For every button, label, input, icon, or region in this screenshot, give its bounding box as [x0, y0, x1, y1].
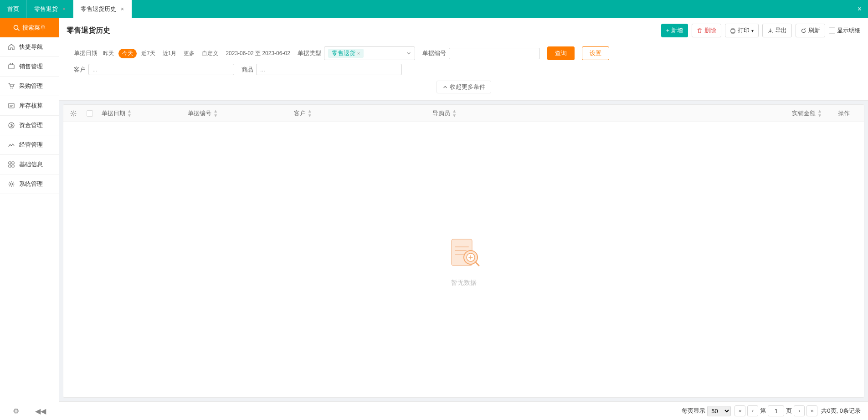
export-button[interactable]: 导出: [762, 24, 792, 37]
sidebar-item-purchase-label: 采购管理: [19, 82, 43, 90]
show-detail-checkbox[interactable]: 显示明细: [829, 26, 861, 35]
refresh-button[interactable]: 刷新: [796, 24, 825, 37]
audio-button[interactable]: ◀◀: [35, 407, 46, 415]
page-size-select[interactable]: 20 50 100: [707, 406, 731, 416]
doc-type-select[interactable]: 零售退货 ×: [324, 46, 415, 60]
doc-number-input[interactable]: [449, 48, 540, 59]
filter-item-doc-number: 单据编号: [422, 48, 540, 59]
date-last-month[interactable]: 近1月: [160, 49, 180, 58]
page-last-button[interactable]: »: [806, 405, 817, 416]
sort-date-icon: ▲▼: [127, 109, 132, 118]
operation-icon: [7, 141, 15, 149]
filter-bar: 单据日期 昨天 今天 近7天 近1月 更多 自定义 2023-06-02 至 2…: [67, 42, 861, 100]
page-title-row: 零售退货历史 + 新增 删除: [67, 24, 861, 37]
filter-doc-type-label: 单据类型: [298, 49, 321, 57]
doc-type-tag-close[interactable]: ×: [357, 51, 360, 56]
sidebar-item-finance[interactable]: 资金管理: [0, 116, 59, 135]
date-more[interactable]: 更多: [181, 49, 197, 58]
goods-placeholder: ...: [260, 66, 265, 73]
date-range-display: 2023-06-02 至 2023-06-02: [226, 50, 290, 57]
sidebar-search[interactable]: 搜索菜单: [0, 18, 59, 37]
svg-point-11: [10, 183, 13, 185]
sidebar-item-system[interactable]: 系统管理: [0, 174, 59, 194]
sidebar-item-quick-nav-label: 快捷导航: [19, 43, 43, 51]
th-number[interactable]: 单据编号 ▲▼: [184, 109, 290, 118]
customer-select[interactable]: ...: [88, 64, 234, 75]
svg-rect-2: [9, 65, 14, 69]
date-yesterday[interactable]: 昨天: [100, 49, 117, 58]
filter-doc-number-label: 单据编号: [422, 49, 446, 57]
svg-point-4: [12, 88, 13, 89]
sidebar-item-operation[interactable]: 经营管理: [0, 135, 59, 155]
print-button[interactable]: 打印 ▾: [725, 24, 759, 37]
table-settings-icon[interactable]: [70, 110, 77, 117]
query-button[interactable]: 查询: [547, 46, 575, 60]
sidebar-item-purchase[interactable]: 采购管理: [0, 77, 59, 96]
sidebar-footer: ⚙ ◀◀: [0, 402, 59, 420]
toolbar: + 新增 删除 打印 ▾: [661, 24, 861, 37]
tab-retail-return[interactable]: 零售退货 ×: [27, 0, 73, 18]
page-first-button[interactable]: «: [734, 405, 745, 416]
top-bar: 首页 零售退货 × 零售退货历史 × ×: [0, 0, 868, 18]
date-today[interactable]: 今天: [118, 49, 137, 58]
tab-list: 首页 零售退货 × 零售退货历史 ×: [0, 0, 851, 18]
th-action-label: 操作: [838, 109, 850, 118]
date-custom[interactable]: 自定义: [199, 49, 221, 58]
th-guide-label: 导购员: [432, 109, 450, 118]
th-action: 操作: [826, 109, 862, 118]
th-guide[interactable]: 导购员 ▲▼: [429, 109, 534, 118]
page-prev-button[interactable]: ‹: [747, 405, 758, 416]
filter-item-customer: 客户 ...: [74, 64, 234, 75]
filter-customer-label: 客户: [74, 66, 86, 74]
svg-rect-5: [9, 103, 14, 108]
sidebar-item-sales[interactable]: 销售管理: [0, 57, 59, 77]
th-amount[interactable]: 实销金额 ▲▼: [740, 109, 826, 118]
settings-gear-button[interactable]: ⚙: [13, 407, 19, 415]
goods-select[interactable]: ...: [256, 64, 402, 75]
th-settings[interactable]: [65, 110, 82, 117]
sidebar-search-label: 搜索菜单: [22, 24, 46, 32]
setting-button[interactable]: 设置: [582, 46, 609, 60]
th-date[interactable]: 单据日期 ▲▼: [98, 109, 184, 118]
export-icon: [767, 28, 773, 34]
tab-home[interactable]: 首页: [0, 0, 27, 18]
page-next-button[interactable]: ›: [794, 405, 805, 416]
filter-item-goods: 商品 ...: [241, 64, 402, 75]
filter-goods-label: 商品: [241, 66, 253, 74]
new-button[interactable]: + 新增: [661, 24, 688, 37]
window-close-button[interactable]: ×: [851, 0, 868, 18]
tab-retail-return-close[interactable]: ×: [62, 6, 66, 12]
sidebar-item-quick-nav[interactable]: 快捷导航: [0, 37, 59, 57]
sales-icon: [7, 62, 15, 71]
print-icon: [730, 28, 736, 34]
date-last7[interactable]: 近7天: [139, 49, 158, 58]
customer-placeholder: ...: [92, 66, 98, 73]
table-all-check[interactable]: [87, 110, 93, 117]
svg-rect-9: [9, 165, 11, 167]
delete-button[interactable]: 删除: [692, 24, 721, 37]
filter-row-1: 单据日期 昨天 今天 近7天 近1月 更多 自定义 2023-06-02 至 2…: [74, 46, 853, 60]
finance-icon: [7, 121, 15, 129]
sidebar-item-base[interactable]: 基础信息: [0, 155, 59, 174]
th-check[interactable]: [82, 110, 98, 117]
collapse-icon: [442, 84, 448, 90]
pagination-bar: 每页显示 20 50 100 « ‹ 第 页 › » 共0页, 0条记录: [59, 401, 868, 420]
sidebar: 搜索菜单 快捷导航 销售管理: [0, 18, 59, 420]
tab-retail-return-history-close[interactable]: ×: [121, 6, 124, 12]
collapse-button[interactable]: 收起更多条件: [437, 81, 491, 93]
query-button-label: 查询: [555, 49, 567, 57]
sidebar-item-inventory[interactable]: 库存核算: [0, 96, 59, 116]
tab-retail-return-history[interactable]: 零售退货历史 ×: [73, 0, 132, 18]
search-icon: [13, 25, 20, 31]
th-amount-label: 实销金额: [792, 109, 816, 118]
page-number-input[interactable]: [768, 405, 784, 416]
sidebar-item-finance-label: 资金管理: [19, 121, 43, 129]
content-area: 零售退货历史 + 新增 删除: [59, 18, 868, 420]
sort-number-icon: ▲▼: [213, 109, 218, 118]
th-customer[interactable]: 客户 ▲▼: [290, 109, 429, 118]
sidebar-item-system-label: 系统管理: [19, 180, 43, 188]
th-number-label: 单据编号: [188, 109, 211, 118]
inventory-icon: [7, 102, 15, 110]
svg-rect-12: [731, 30, 735, 32]
refresh-button-label: 刷新: [808, 26, 820, 35]
